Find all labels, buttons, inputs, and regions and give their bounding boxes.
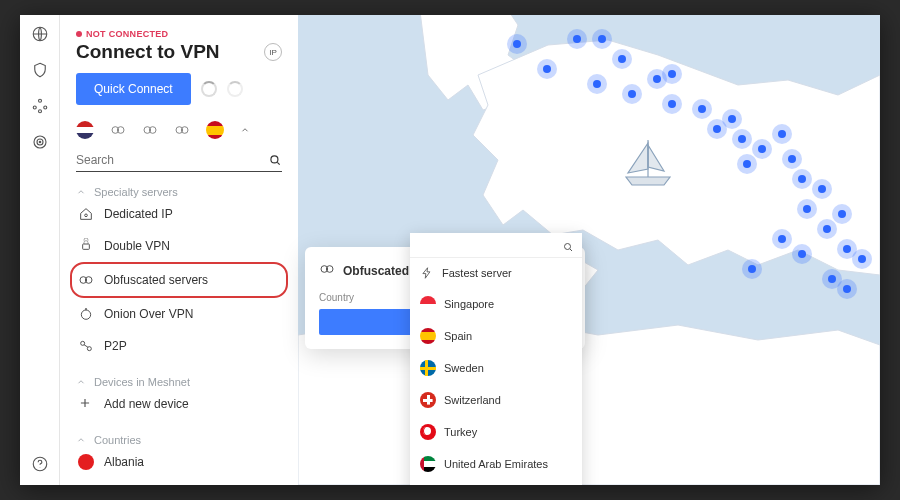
- server-node[interactable]: [828, 275, 836, 283]
- status-label: NOT CONNECTED: [86, 29, 168, 39]
- svg-point-20: [81, 310, 90, 319]
- server-node[interactable]: [743, 160, 751, 168]
- flag-se-icon: [420, 360, 436, 376]
- server-node[interactable]: [513, 40, 521, 48]
- item-label: United Arab Emirates: [444, 458, 548, 470]
- server-node[interactable]: [593, 80, 601, 88]
- server-node[interactable]: [838, 210, 846, 218]
- server-node[interactable]: [778, 235, 786, 243]
- item-label: Turkey: [444, 426, 477, 438]
- specialty-item-obfuscated[interactable]: Obfuscated servers: [70, 262, 288, 298]
- server-node[interactable]: [728, 115, 736, 123]
- server-node[interactable]: [798, 175, 806, 183]
- page-title: Connect to VPN: [76, 41, 220, 63]
- server-node[interactable]: [653, 75, 661, 83]
- search-icon[interactable]: [268, 153, 282, 167]
- item-label: Onion Over VPN: [104, 307, 193, 321]
- server-node[interactable]: [598, 35, 606, 43]
- double-vpn-icon: [78, 238, 94, 254]
- svg-point-1: [38, 99, 41, 102]
- obfuscated-icon[interactable]: [174, 122, 190, 138]
- item-label: Switzerland: [444, 394, 501, 406]
- dropdown-item[interactable]: Turkey: [410, 416, 582, 448]
- obfuscated-icon: [319, 261, 335, 280]
- flag-es-icon[interactable]: [206, 121, 224, 139]
- refresh-icon[interactable]: [227, 81, 243, 97]
- server-node[interactable]: [698, 105, 706, 113]
- section-countries-header[interactable]: Countries: [76, 434, 282, 446]
- server-node[interactable]: [843, 285, 851, 293]
- specialty-item-onion[interactable]: Onion Over VPN: [76, 298, 282, 330]
- flag-al-icon: [78, 454, 94, 470]
- svg-rect-17: [83, 244, 90, 249]
- sidebar: NOT CONNECTED Connect to VPN IP Quick Co…: [60, 15, 298, 485]
- server-node[interactable]: [843, 245, 851, 253]
- section-label: Devices in Meshnet: [94, 376, 190, 388]
- server-node[interactable]: [668, 100, 676, 108]
- item-label: Singapore: [444, 298, 494, 310]
- meshnet-add-device[interactable]: Add new device: [76, 388, 282, 420]
- mesh-icon[interactable]: [31, 97, 49, 115]
- ip-badge[interactable]: IP: [264, 43, 282, 61]
- obfuscated-icon[interactable]: [110, 122, 126, 138]
- bolt-icon: [420, 266, 434, 280]
- item-label: Double VPN: [104, 239, 170, 253]
- server-node[interactable]: [803, 205, 811, 213]
- item-label: Obfuscated servers: [104, 273, 208, 287]
- server-node[interactable]: [823, 225, 831, 233]
- globe-icon[interactable]: [31, 25, 49, 43]
- specialty-item-p2p[interactable]: P2P: [76, 330, 282, 362]
- item-label: Add new device: [104, 397, 189, 411]
- sailboat-icon: [618, 135, 678, 195]
- obfuscated-icon[interactable]: [142, 122, 158, 138]
- mini-nav: [20, 15, 60, 485]
- help-icon[interactable]: [31, 455, 49, 473]
- dropdown-item[interactable]: Switzerland: [410, 384, 582, 416]
- svg-point-4: [38, 110, 41, 113]
- server-node[interactable]: [573, 35, 581, 43]
- specialty-item-double-vpn[interactable]: Double VPN: [76, 230, 282, 262]
- server-node[interactable]: [738, 135, 746, 143]
- obfuscated-icon: [78, 272, 94, 288]
- server-node[interactable]: [618, 55, 626, 63]
- server-node[interactable]: [858, 255, 866, 263]
- onion-icon: [78, 306, 94, 322]
- server-node[interactable]: [758, 145, 766, 153]
- svg-point-15: [271, 156, 278, 163]
- dropdown-item[interactable]: United Arab Emirates: [410, 448, 582, 480]
- search-input[interactable]: [76, 153, 268, 167]
- country-item-albania[interactable]: Albania: [76, 446, 282, 478]
- dropdown-item[interactable]: United Kingdom: [410, 480, 582, 485]
- dropdown-search[interactable]: [410, 233, 582, 258]
- item-label: Dedicated IP: [104, 207, 173, 221]
- item-label: Sweden: [444, 362, 484, 374]
- dropdown-fastest[interactable]: Fastest server: [410, 258, 582, 288]
- chevron-up-icon[interactable]: [240, 121, 250, 139]
- flag-us-icon[interactable]: [76, 121, 94, 139]
- server-node[interactable]: [778, 130, 786, 138]
- dropdown-item[interactable]: Sweden: [410, 352, 582, 384]
- specialty-item-dedicated-ip[interactable]: Dedicated IP: [76, 198, 282, 230]
- svg-point-2: [33, 106, 36, 109]
- target-icon[interactable]: [31, 133, 49, 151]
- server-node[interactable]: [713, 125, 721, 133]
- app-window: NOT CONNECTED Connect to VPN IP Quick Co…: [20, 15, 880, 485]
- server-node[interactable]: [543, 65, 551, 73]
- server-node[interactable]: [788, 155, 796, 163]
- pause-icon[interactable]: [201, 81, 217, 97]
- server-node[interactable]: [628, 90, 636, 98]
- section-specialty-header[interactable]: Specialty servers: [76, 186, 282, 198]
- flag-tr-icon: [420, 424, 436, 440]
- server-node[interactable]: [798, 250, 806, 258]
- quick-connect-button[interactable]: Quick Connect: [76, 73, 191, 105]
- section-meshnet-header[interactable]: Devices in Meshnet: [76, 376, 282, 388]
- server-node[interactable]: [818, 185, 826, 193]
- flag-ae-icon: [420, 456, 436, 472]
- server-node[interactable]: [668, 70, 676, 78]
- search-bar[interactable]: [76, 153, 282, 172]
- dropdown-item[interactable]: Spain: [410, 320, 582, 352]
- dropdown-item[interactable]: Singapore: [410, 288, 582, 320]
- server-node[interactable]: [748, 265, 756, 273]
- shield-icon[interactable]: [31, 61, 49, 79]
- item-label: Spain: [444, 330, 472, 342]
